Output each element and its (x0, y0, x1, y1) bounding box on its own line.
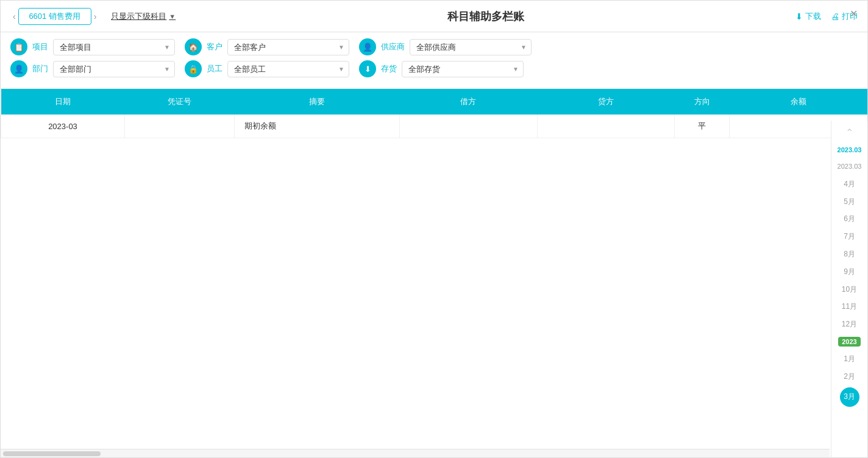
content-area: 日期 凭证号 摘要 借方 贷方 方向 余额 2023-03 期初余额 (1, 89, 867, 458)
customer-select-wrapper: 全部客户 (227, 39, 349, 55)
show-sub-toggle[interactable]: 只显示下级科目 ▼ (111, 11, 176, 22)
supplier-select[interactable]: 全部供应商 (410, 39, 532, 55)
header-bar: ‹ 6601 销售费用 › 只显示下级科目 ▼ 科目辅助多栏账 ⬇ 下载 🖨 打… (1, 1, 867, 32)
right-sidebar: ⌃ 2023.03 2023.03 4月 5月 6月 7月 8月 9月 10月 … (831, 121, 867, 458)
header-actions: ⬇ 下载 🖨 打印 (795, 11, 858, 22)
page-title: 科目辅助多栏账 (176, 9, 795, 24)
main-window: ‹ 6601 销售费用 › 只显示下级科目 ▼ 科目辅助多栏账 ⬇ 下载 🖨 打… (0, 0, 868, 458)
supplier-select-wrapper: 全部供应商 (410, 39, 532, 55)
customer-select[interactable]: 全部客户 (227, 39, 349, 55)
sidebar-up-arrow[interactable]: ⌃ (845, 123, 853, 142)
col-direction: 方向 (675, 89, 730, 114)
sidebar-item-11[interactable]: 11月 (831, 298, 867, 315)
table-body: 2023-03 期初余额 平 (1, 114, 867, 138)
filter-inventory: ⬇ 存货 全部存货 (359, 60, 524, 77)
table-wrapper[interactable]: 日期 凭证号 摘要 借方 贷方 方向 余额 2023-03 期初余额 (1, 89, 867, 458)
main-table: 日期 凭证号 摘要 借方 贷方 方向 余额 2023-03 期初余额 (1, 89, 867, 138)
download-label: 下载 (805, 11, 821, 22)
department-icon: 👤 (10, 60, 27, 77)
cell-date: 2023-03 (1, 114, 125, 138)
project-select-wrapper: 全部项目 (53, 39, 175, 55)
sidebar-item-2[interactable]: 2月 (831, 368, 867, 386)
col-voucher: 凭证号 (125, 89, 235, 114)
table-head: 日期 凭证号 摘要 借方 贷方 方向 余额 (1, 89, 867, 114)
project-label: 项目 (32, 41, 48, 52)
cell-credit (537, 114, 675, 138)
customer-label: 客户 (207, 41, 222, 52)
print-icon: 🖨 (831, 12, 839, 21)
cell-voucher (125, 114, 235, 138)
col-date: 日期 (1, 89, 125, 114)
filter-row-2: 👤 部门 全部部门 🔒 员工 全部员工 ⬇ 存货 (10, 60, 858, 77)
inventory-select-wrapper: 全部存货 (402, 61, 524, 77)
cell-debit (400, 114, 538, 138)
filter-supplier: 👤 供应商 全部供应商 (359, 38, 532, 55)
show-sub-arrow: ▼ (169, 13, 176, 20)
table-row: 2023-03 期初余额 平 (1, 114, 867, 138)
employee-label: 员工 (207, 63, 222, 74)
col-summary: 摘要 (235, 89, 400, 114)
sidebar-item-6[interactable]: 6月 (831, 210, 867, 228)
project-icon: 📋 (10, 38, 27, 55)
account-code[interactable]: 6601 销售费用 (18, 8, 91, 25)
scrollbar-thumb[interactable] (3, 451, 101, 456)
cell-summary: 期初余额 (235, 114, 400, 138)
filter-department: 👤 部门 全部部门 (10, 60, 175, 77)
filter-row-1: 📋 项目 全部项目 🏠 客户 全部客户 👤 供应商 (10, 38, 858, 55)
employee-select[interactable]: 全部员工 (227, 61, 349, 77)
filter-customer: 🏠 客户 全部客户 (185, 38, 349, 55)
next-arrow[interactable]: › (91, 10, 99, 23)
horizontal-scrollbar[interactable] (1, 449, 830, 457)
sidebar-item-8[interactable]: 8月 (831, 245, 867, 263)
close-button[interactable]: ✕ (850, 8, 858, 19)
inventory-icon: ⬇ (359, 60, 376, 77)
employee-select-wrapper: 全部员工 (227, 61, 349, 77)
download-button[interactable]: ⬇ 下载 (795, 11, 821, 22)
sidebar-item-4[interactable]: 4月 (831, 175, 867, 193)
sidebar-item-7[interactable]: 7月 (831, 228, 867, 245)
col-balance: 余额 (730, 89, 867, 114)
department-select-wrapper: 全部部门 (53, 61, 175, 77)
year-badge-2023[interactable]: 2023 (838, 337, 860, 347)
download-icon: ⬇ (795, 12, 803, 21)
project-select[interactable]: 全部项目 (53, 39, 175, 55)
sidebar-item-9[interactable]: 9月 (831, 263, 867, 281)
department-select[interactable]: 全部部门 (53, 61, 175, 77)
filter-area: 📋 项目 全部项目 🏠 客户 全部客户 👤 供应商 (1, 32, 867, 89)
sidebar-item-10[interactable]: 10月 (831, 281, 867, 298)
filter-employee: 🔒 员工 全部员工 (185, 60, 349, 77)
inventory-select[interactable]: 全部存货 (402, 61, 524, 77)
supplier-label: 供应商 (381, 41, 405, 52)
inventory-label: 存货 (381, 63, 397, 74)
supplier-icon: 👤 (359, 38, 376, 55)
show-sub-label: 只显示下级科目 (111, 11, 166, 22)
prev-arrow[interactable]: ‹ (10, 10, 18, 23)
department-label: 部门 (32, 63, 48, 74)
sidebar-item-3-active[interactable]: 3月 (840, 387, 859, 407)
employee-icon: 🔒 (185, 60, 202, 77)
cell-direction: 平 (675, 114, 730, 138)
year-badge-wrapper: 2023 (838, 333, 860, 350)
filter-project: 📋 项目 全部项目 (10, 38, 175, 55)
sidebar-item-3-active-wrapper: 3月 (831, 386, 867, 409)
sidebar-item-5[interactable]: 5月 (831, 193, 867, 211)
sidebar-item-1[interactable]: 1月 (831, 350, 867, 368)
sidebar-item-12[interactable]: 12月 (831, 315, 867, 333)
customer-icon: 🏠 (185, 38, 202, 55)
col-credit: 贷方 (537, 89, 675, 114)
sidebar-item-2023-03-selected[interactable]: 2023.03 (831, 142, 867, 158)
col-debit: 借方 (400, 89, 538, 114)
sidebar-item-2023-03[interactable]: 2023.03 (831, 158, 867, 175)
table-header-row: 日期 凭证号 摘要 借方 贷方 方向 余额 (1, 89, 867, 114)
